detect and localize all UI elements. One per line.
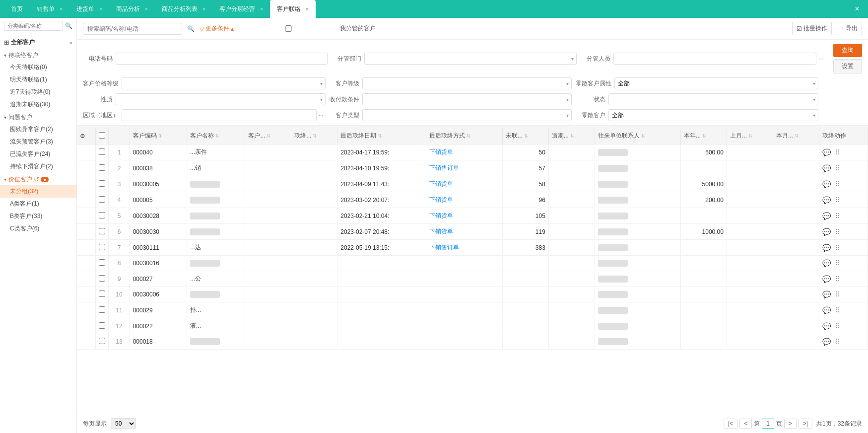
select-all-checkbox[interactable] [99,132,105,139]
last-page-btn[interactable]: >| [799,419,812,429]
close-purchase-tab[interactable]: × [99,6,102,12]
sidebar-item-today-waiting[interactable]: 今天待联络(0) [0,61,76,73]
row-checkbox[interactable] [99,212,105,218]
row-checkbox[interactable] [99,322,105,329]
close-sales-tab[interactable]: × [60,6,63,12]
chat-icon[interactable]: 💬 [822,290,831,298]
sidebar-item-7days-waiting[interactable]: 近7天待联络(0) [0,86,76,98]
nav-sales[interactable]: 销售单 × [30,0,69,18]
page-number[interactable]: 1 [762,419,774,429]
search-input[interactable] [83,23,182,35]
row-checkbox[interactable] [99,228,105,234]
close-window-button[interactable]: × [850,2,864,16]
sidebar-group-value[interactable]: ▾ 价值客户 ↺ ● [0,173,76,185]
retail-attr-select[interactable]: 全部 [614,77,818,89]
chat-icon[interactable]: 💬 [822,244,831,252]
sidebar-item-lost[interactable]: 已流失客户(24) [0,148,76,160]
row-checkbox[interactable] [99,148,105,155]
nav-customer-segment[interactable]: 客户分层经营 × [212,0,270,18]
more-action-icon[interactable]: ⠿ [835,306,840,314]
sidebar-group-waiting[interactable]: ▾ 待联络客户 [0,49,76,61]
sidebar-collapse-btn[interactable]: « [69,40,72,46]
close-customer-segment-tab[interactable]: × [260,6,263,12]
manager-input[interactable] [613,53,816,65]
sidebar-item-class-a[interactable]: A类客户(1) [0,198,76,210]
chat-icon[interactable]: 💬 [822,306,831,314]
sidebar-search-icon[interactable]: 🔍 [65,22,72,29]
chat-icon[interactable]: 💬 [822,148,831,156]
chat-icon[interactable]: 💬 [822,196,831,204]
sidebar-item-ungrouped[interactable]: 未分组(32) [0,185,76,198]
chat-icon[interactable]: 💬 [822,259,831,267]
more-action-icon[interactable]: ⠿ [835,180,840,188]
retail-customer-select[interactable]: 全部 [608,109,818,121]
customer-level-select[interactable] [362,77,572,89]
refresh-icon[interactable]: ↺ [34,176,39,183]
chat-icon[interactable]: 💬 [822,228,831,236]
more-conditions-btn[interactable]: ▽ 更多条件 ▴ [200,24,234,33]
contact-way-link[interactable]: 下销售订单 [429,164,459,171]
settings-col-header[interactable]: ⚙ [77,128,96,144]
batch-op-btn[interactable]: ☑ 批量操作 [792,22,832,35]
last-contact-date-col-header[interactable]: 最后联络日期 [337,128,426,144]
first-page-btn[interactable]: |< [724,419,737,429]
last-contact-way-col-header[interactable]: 最后联络方式 [426,128,502,144]
row-checkbox[interactable] [99,290,105,297]
row-checkbox[interactable] [99,338,105,344]
per-page-select[interactable]: 50 20 100 [111,418,136,429]
more-action-icon[interactable]: ⠿ [835,244,840,252]
nav-product-analysis-list[interactable]: 商品分析列表 × [155,0,212,18]
more-action-icon[interactable]: ⠿ [835,275,840,283]
type-col-header[interactable]: 客户... [245,128,291,144]
my-customers-checkbox-label[interactable]: 我分管的客户 [239,24,376,33]
more-action-icon[interactable]: ⠿ [835,290,840,298]
nav-home[interactable]: 首页 [4,0,30,18]
status-select[interactable] [608,93,818,105]
last-month-col-header[interactable]: 上月... [727,128,773,144]
phone-input[interactable] [116,53,328,65]
more-action-icon[interactable]: ⠿ [835,338,840,346]
manager-dots-btn[interactable]: ··· [816,55,825,62]
my-customers-checkbox[interactable] [239,25,338,32]
sidebar-item-class-b[interactable]: B类客户(33) [0,210,76,222]
chat-icon[interactable]: 💬 [822,275,831,283]
chat-icon[interactable]: 💬 [822,338,831,346]
this-year-col-header[interactable]: 本年... [681,128,727,144]
region-input[interactable] [122,109,317,121]
more-action-icon[interactable]: ⠿ [835,322,840,330]
nav-product-analysis[interactable]: 商品分析 × [109,0,155,18]
sidebar-group-problem[interactable]: ▾ 问题客户 [0,111,76,123]
department-select[interactable] [364,53,576,65]
row-checkbox[interactable] [99,259,105,266]
contact-way-link[interactable]: 下销货单 [429,180,453,187]
search-button[interactable]: 查询 [833,44,862,57]
more-action-icon[interactable]: ⠿ [835,196,840,204]
close-product-analysis-list-tab[interactable]: × [202,6,205,12]
nav-purchase[interactable]: 进货单 × [69,0,109,18]
export-btn[interactable]: ↑ 导出 [837,22,862,35]
row-checkbox[interactable] [99,275,105,282]
sidebar-item-loss-warning[interactable]: 流失预警客户(3) [0,136,76,148]
sidebar-all-customers[interactable]: ⊞ 全部客户 « [0,34,76,49]
customer-type-select[interactable] [362,109,572,121]
uncontact-col-header[interactable]: 未联... [502,128,548,144]
contact-way-link[interactable]: 下销货单 [429,212,453,219]
prev-page-btn[interactable]: < [739,419,752,429]
more-action-icon[interactable]: ⠿ [835,228,840,236]
name-col-header[interactable]: 客户名称 [187,128,245,144]
chat-icon[interactable]: 💬 [822,212,831,220]
sidebar-item-declining[interactable]: 持续下滑客户(2) [0,160,76,173]
region-dots-btn[interactable]: ··· [317,112,326,119]
row-checkbox[interactable] [99,244,105,250]
contact-way-link[interactable]: 下销货单 [429,148,453,155]
overdue-col-header[interactable]: 逾期... [548,128,595,144]
payment-select[interactable] [362,93,572,105]
sidebar-item-overdue-waiting[interactable]: 逾期未联络(30) [0,98,76,111]
more-action-icon[interactable]: ⠿ [835,148,840,156]
close-product-analysis-tab[interactable]: × [145,6,148,12]
row-checkbox[interactable] [99,180,105,187]
more-action-icon[interactable]: ⠿ [835,212,840,220]
contact-col-header[interactable]: 联络... [291,128,337,144]
close-customer-contact-tab[interactable]: × [306,6,309,12]
code-col-header[interactable]: 客户编码 [130,128,187,144]
